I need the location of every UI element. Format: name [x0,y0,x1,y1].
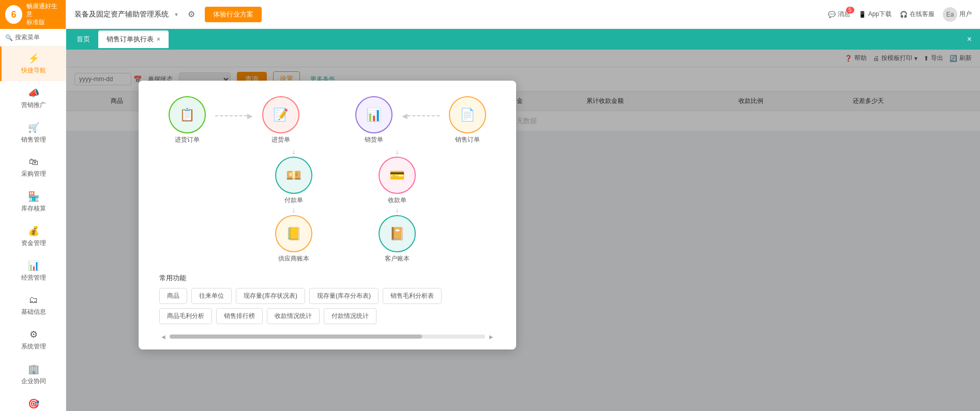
payment-in-node: 💳 [379,157,416,194]
operations-icon: 📊 [28,260,39,271]
sidebar-item-quick-nav[interactable]: ⚡ 快捷导航 [0,47,66,81]
btn-payment-stats[interactable]: 付款情况统计 [324,308,376,324]
scroll-left-btn[interactable]: ◀ [159,332,168,341]
tab-bar: 首页 销售订单执行表 × × [66,29,980,50]
modal-box: 📋 进货订单 ▶ [139,81,516,349]
message-badge: 5 [846,7,854,13]
customer-ledger-label: 客户账本 [385,254,410,263]
common-functions: 常用功能 商品 往来单位 现存量(库存状况表) 现存量(库存分布表) 销售毛利分… [159,273,495,324]
sidebar: 6 畅康通好生意 标准版 🔍 搜索菜单 ⚡ 快捷导航 📣 营销推广 🛒 销售管理 [0,0,66,411]
sales-order-node: 📄 [449,96,486,133]
arrow-down-customer: ↓ [396,205,399,215]
sidebar-item-operations[interactable]: 📊 经营管理 [0,254,66,288]
message-button[interactable]: 💬 消息 5 [828,10,850,19]
logo-icon: 6 [5,5,22,24]
tab-bar-close-icon[interactable]: × [961,35,978,44]
tab-close-icon[interactable]: × [157,36,160,43]
dropdown-icon[interactable]: ▾ [175,11,178,18]
supplier-ledger-label: 供应商账本 [278,254,309,263]
arrow-down-payment-in: ↓ [396,146,399,157]
sidebar-item-basic-info[interactable]: 🗂 基础信息 [0,288,66,323]
purchase-icon: 🛍 [29,157,38,168]
sidebar-item-marketing[interactable]: 📣 营销推广 [0,81,66,116]
tab-home[interactable]: 首页 [68,31,98,48]
purchase-order-icon: 📋 [179,108,195,122]
user-button[interactable]: Ea 用户 [943,7,972,22]
arrow-purchase-to-bill: ▶ [215,112,252,120]
avatar: Ea [943,7,957,22]
tab-sales-order[interactable]: 销售订单执行表 × [98,31,169,48]
sales-order-label: 销售订单 [455,135,480,144]
sidebar-item-inventory[interactable]: 🏪 库存核算 [0,185,66,219]
main-area: 装备及固定资产辅助管理系统 ▾ ⚙ 体验行业方案 💬 消息 5 📱 App下载 … [66,0,980,411]
flow-purchase-bill: 📝 进货单 [253,96,309,144]
sidebar-item-finance[interactable]: 💰 资金管理 [0,219,66,254]
new-guide-icon: 🎯 [28,398,39,409]
scroll-bar-area: ◀ ▶ [159,332,495,341]
basic-info-icon: 🗂 [29,295,38,306]
scroll-thumb[interactable] [170,334,422,339]
quick-nav-icon: ⚡ [28,53,39,64]
marketing-icon: 📣 [28,87,39,99]
arrow-order-to-bill: ◀ [402,112,439,120]
scroll-right-btn[interactable]: ▶ [487,332,495,341]
btn-goods-profit[interactable]: 商品毛利分析 [159,308,212,324]
payment-in-col: ↓ 💳 收款单 ↓ 📔 客户账本 [366,146,428,263]
top-right-actions: 💬 消息 5 📱 App下载 🎧 在线客服 Ea 用户 [828,7,972,22]
sidebar-item-sales[interactable]: 🛒 销售管理 [0,116,66,150]
btn-goods[interactable]: 商品 [159,288,187,304]
payment-in-icon: 💳 [389,168,405,182]
btn-stock-status[interactable]: 现存量(库存状况表) [236,288,305,304]
sidebar-item-purchase[interactable]: 🛍 采购管理 [0,150,66,185]
sales-order-icon: 📄 [460,108,475,122]
search-icon: 🔍 [5,34,13,41]
gear-button[interactable]: ⚙ [184,7,199,22]
payment-out-label: 付款单 [284,196,303,205]
app-download-button[interactable]: 📱 App下载 [858,10,892,19]
modal-overlay[interactable]: 📋 进货订单 ▶ [66,50,980,411]
purchase-bill-node: 📝 [262,96,299,133]
payment-in-label: 收款单 [388,196,406,205]
logo-text: 畅康通好生意 标准版 [26,3,61,27]
system-title: 装备及固定资产辅助管理系统 [74,10,169,19]
flow-diagram: 📋 进货订单 ▶ [159,96,495,263]
purchase-bill-icon: 📝 [273,108,289,122]
payment-out-node: 💴 [275,157,312,194]
flow-sales-bill: 📊 销货单 [346,96,402,144]
purchase-bill-label: 进货单 [272,135,290,144]
modal-scroll: ◀ ▶ [159,332,495,341]
flow-row-1: 📋 进货订单 ▶ [159,96,495,144]
flow-row-2: ↓ 💴 付款单 ↓ 📒 供应商账本 [159,146,495,263]
online-service-button[interactable]: 🎧 在线客服 [900,10,934,19]
sidebar-item-new-guide[interactable]: 🎯 新手引导 [0,392,66,411]
supplier-ledger-icon: 📒 [286,226,301,241]
sidebar-logo: 6 畅康通好生意 标准版 [0,0,66,29]
top-bar: 装备及固定资产辅助管理系统 ▾ ⚙ 体验行业方案 💬 消息 5 📱 App下载 … [66,0,980,29]
finance-icon: 💰 [28,225,39,237]
sales-bill-node: 📊 [355,96,393,133]
btn-counterparty[interactable]: 往来单位 [191,288,232,304]
purchase-order-label: 进货订单 [175,135,200,144]
message-icon: 💬 [828,11,836,18]
enterprise-icon: 🏢 [28,363,39,375]
customer-ledger-icon: 📔 [389,226,405,241]
sales-bill-icon: 📊 [366,108,382,122]
supplier-ledger-node: 📒 [275,215,312,252]
experience-button[interactable]: 体验行业方案 [205,7,262,22]
sales-bill-label: 销货单 [365,135,383,144]
common-title: 常用功能 [159,273,495,283]
content-area: ❓ 帮助 🖨 按模板打印 ▾ ⬆ 导出 🔄 刷新 [66,50,980,411]
btn-sales-profit[interactable]: 销售毛利分析表 [383,288,442,304]
sidebar-item-enterprise[interactable]: 🏢 企业协同 [0,357,66,392]
btn-sales-ranking[interactable]: 销售排行榜 [216,308,263,324]
search-menu[interactable]: 🔍 搜索菜单 [0,29,66,47]
service-icon: 🎧 [900,11,908,18]
payment-out-col: ↓ 💴 付款单 ↓ 📒 供应商账本 [263,146,325,263]
flow-sales-order: 📄 销售订单 [440,96,495,144]
btn-receipt-stats[interactable]: 收款情况统计 [267,308,320,324]
inventory-icon: 🏪 [28,191,39,202]
btn-stock-distribution[interactable]: 现存量(库存分布表) [309,288,379,304]
arrow-down-payment-out: ↓ [292,146,296,157]
sidebar-item-system[interactable]: ⚙ 系统管理 [0,323,66,357]
customer-ledger-node: 📔 [379,215,416,252]
